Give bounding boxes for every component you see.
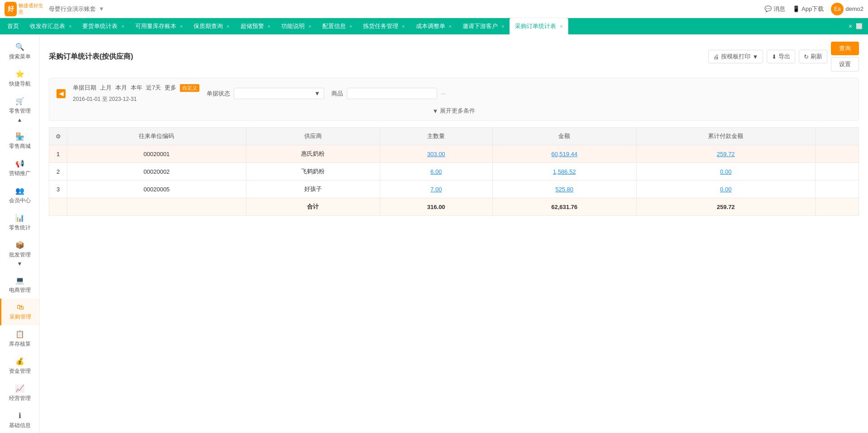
tab-label: 功能说明 — [281, 22, 305, 30]
tab-close-icon[interactable]: × — [308, 24, 311, 29]
tab-close-icon[interactable]: × — [226, 24, 229, 29]
amount-link[interactable]: 1,586.52 — [553, 168, 576, 175]
paid-link[interactable]: 0.00 — [720, 186, 731, 193]
row-qty[interactable]: 7.00 — [380, 181, 492, 198]
shortcut-last-month[interactable]: 上月 — [100, 84, 112, 92]
shortcut-this-month[interactable]: 本月 — [115, 84, 127, 92]
tab-close-icon[interactable]: × — [69, 24, 71, 29]
tab-close-icon[interactable]: × — [349, 24, 352, 29]
row-amount[interactable]: 525.80 — [492, 181, 636, 198]
sidebar-item-operations[interactable]: 📈 经营管理 — [0, 380, 39, 407]
user-area[interactable]: Ea demo2 — [831, 3, 863, 15]
tab-close-icon[interactable]: × — [121, 24, 124, 29]
sidebar-item-purchase[interactable]: 🛍 采购管理 — [0, 299, 39, 325]
tab-purchase-stats[interactable]: 采购订单统计表 × — [509, 18, 568, 34]
filter-toggle-button[interactable]: ◀ — [57, 89, 66, 98]
sidebar-item-wholesale[interactable]: 📦 批发管理 ▼ — [0, 236, 39, 271]
tab-home-label: 首页 — [7, 22, 19, 30]
print-button[interactable]: 🖨 按模板打印 ▼ — [708, 50, 763, 63]
logo-area: 好 畅捷通好生意 — [5, 2, 44, 16]
tab-receive-send[interactable]: 收发存汇总表 × — [24, 18, 77, 34]
tab-cost-adj[interactable]: 成本调整单 × — [410, 18, 457, 34]
sidebar-item-basic-info[interactable]: ℹ 基础信息 — [0, 407, 39, 433]
goods-more-icon[interactable]: ··· — [441, 90, 446, 97]
tab-close-icon[interactable]: × — [268, 24, 270, 29]
sidebar-item-retail-mgmt[interactable]: 🛒 零售管理 ▲ — [0, 92, 39, 128]
tab-label: 保质期查询 — [193, 22, 223, 30]
sidebar-item-finance[interactable]: 💰 资金管理 — [0, 352, 39, 380]
shortcut-7days[interactable]: 近7天 — [146, 84, 161, 92]
footer-qty: 316.00 — [380, 198, 492, 216]
sidebar-item-inventory[interactable]: 📋 库存核算 — [0, 325, 39, 352]
tab-invite[interactable]: 邀请下游客户 × — [457, 18, 509, 34]
sidebar-item-retail-shop[interactable]: 🏪 零售商城 — [0, 128, 39, 155]
status-dropdown-icon: ▼ — [314, 90, 320, 97]
sidebar-item-label: 资金管理 — [9, 367, 31, 375]
sidebar-item-search[interactable]: 🔍 搜索菜单 — [0, 38, 39, 65]
amount-link[interactable]: 60,519.44 — [551, 151, 577, 157]
sidebar-item-retail-stats[interactable]: 📊 零售统计 — [0, 209, 39, 236]
sidebar-item-label: 零售管理 — [9, 107, 31, 115]
tab-home[interactable]: 首页 — [2, 18, 24, 34]
row-amount[interactable]: 1,586.52 — [492, 163, 636, 181]
paid-link[interactable]: 259.72 — [717, 151, 735, 157]
expand-window-icon[interactable]: ⬜ — [856, 23, 863, 29]
table-row: 2 00020002 飞鹤奶粉 6.00 1,586.52 0.00 — [49, 163, 859, 181]
tab-config[interactable]: 配置信息 × — [317, 18, 358, 34]
status-select[interactable]: ▼ — [234, 88, 324, 99]
query-button[interactable]: 查询 — [831, 42, 859, 55]
export-button[interactable]: ⬇ 导出 — [767, 50, 795, 63]
sidebar-item-label: 批发管理 — [9, 251, 31, 259]
sidebar-item-ecommerce[interactable]: 💻 电商管理 — [0, 271, 39, 299]
sidebar-item-marketing[interactable]: 📢 营销推广 — [0, 155, 39, 182]
tab-order-stats[interactable]: 要货单统计表 × — [77, 18, 129, 34]
qty-link[interactable]: 303.00 — [427, 151, 445, 157]
sidebar-item-label: 营销推广 — [9, 170, 31, 177]
expand-btn[interactable]: ▼ 展开更多条件 — [433, 107, 476, 115]
export-icon: ⬇ — [772, 53, 777, 60]
row-paid[interactable]: 0.00 — [637, 181, 816, 198]
app-download-btn[interactable]: 📱 App下载 — [793, 5, 824, 13]
tab-function[interactable]: 功能说明 × — [276, 18, 316, 34]
sidebar-item-member[interactable]: 👥 会员中心 — [0, 182, 39, 209]
sidebar-item-quicknav[interactable]: ⭐ 快捷导航 — [0, 65, 39, 92]
goods-input[interactable] — [347, 88, 437, 99]
tab-overstock[interactable]: 超储预警 × — [235, 18, 276, 34]
tab-close-icon[interactable]: × — [180, 24, 183, 29]
row-qty[interactable]: 303.00 — [380, 145, 492, 163]
tab-close-icon[interactable]: × — [402, 24, 405, 29]
footer-amount: 62,631.76 — [492, 198, 636, 216]
tab-close-icon[interactable]: × — [501, 24, 504, 29]
qty-link[interactable]: 7.00 — [430, 186, 442, 193]
tab-close-icon[interactable]: × — [449, 24, 452, 29]
row-amount[interactable]: 60,519.44 — [492, 145, 636, 163]
print-label: 按模板打印 — [721, 52, 750, 61]
row-paid[interactable]: 0.00 — [637, 163, 816, 181]
shortcut-this-year[interactable]: 本年 — [131, 84, 142, 92]
row-paid[interactable]: 259.72 — [637, 145, 816, 163]
row-qty[interactable]: 6.00 — [380, 163, 492, 181]
sidebar-item-label: 快捷导航 — [9, 80, 31, 88]
shortcut-more[interactable]: 更多 — [165, 84, 176, 92]
message-btn[interactable]: 💬 消息 — [764, 5, 785, 13]
tab-pick-task[interactable]: 拣货任务管理 × — [358, 18, 410, 34]
close-window-icon[interactable]: × — [849, 23, 852, 30]
tab-expiry[interactable]: 保质期查询 × — [188, 18, 235, 34]
amount-link[interactable]: 525.80 — [555, 186, 573, 193]
refresh-button[interactable]: ↻ 刷新 — [799, 50, 827, 63]
settings-button[interactable]: 设置 — [831, 57, 859, 71]
tab-label: 成本调整单 — [416, 22, 445, 30]
col-settings[interactable]: ⚙ — [49, 128, 67, 145]
sidebar-item-label: 采购管理 — [9, 313, 31, 321]
tab-close-icon[interactable]: × — [560, 24, 562, 29]
table-row: 3 00020005 好孩子 7.00 525.80 0.00 — [49, 181, 859, 198]
tab-stock-book[interactable]: 可用量库存账本 × — [130, 18, 188, 34]
print-icon: 🖨 — [713, 53, 719, 60]
paid-link[interactable]: 0.00 — [720, 168, 731, 175]
sidebar-item-label: 基础信息 — [9, 422, 31, 429]
expand-label: 展开更多条件 — [440, 107, 475, 115]
custom-date-badge[interactable]: 自定义 — [180, 84, 199, 92]
breadcrumb-dropdown-icon[interactable]: ▼ — [99, 5, 104, 12]
qty-link[interactable]: 6.00 — [430, 168, 442, 175]
tab-label: 邀请下游客户 — [462, 22, 498, 30]
